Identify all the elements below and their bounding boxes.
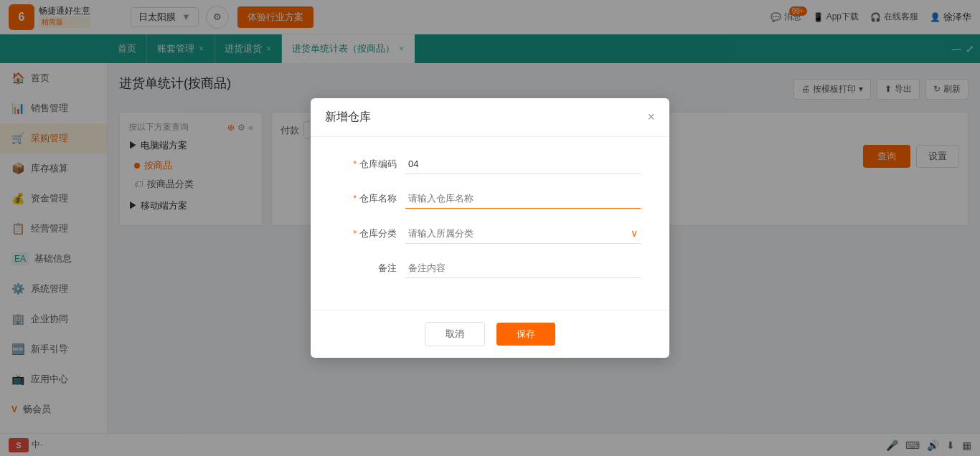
cancel-button[interactable]: 取消 [425, 322, 485, 346]
select-arrow-icon: ∨ [631, 227, 638, 239]
save-button[interactable]: 保存 [496, 323, 555, 346]
name-label: 仓库名称 [339, 192, 397, 205]
form-row-name: 仓库名称 [339, 189, 641, 209]
modal-overlay[interactable]: 新增仓库 × 仓库编码 仓库名称 仓库分类 ∨ [0, 0, 980, 456]
remark-input[interactable] [405, 258, 641, 278]
warehouse-code-input[interactable] [405, 154, 641, 174]
dialog-body: 仓库编码 仓库名称 仓库分类 ∨ 备注 [311, 137, 669, 310]
form-row-remark: 备注 [339, 258, 641, 278]
dialog-title: 新增仓库 [325, 110, 371, 125]
category-input[interactable] [408, 228, 631, 239]
code-label: 仓库编码 [339, 158, 397, 171]
dialog-footer: 取消 保存 [311, 310, 669, 358]
warehouse-name-input[interactable] [405, 189, 641, 209]
category-label: 仓库分类 [339, 227, 397, 240]
form-row-code: 仓库编码 [339, 154, 641, 174]
dialog-close-button[interactable]: × [647, 110, 655, 125]
remark-label: 备注 [339, 262, 397, 275]
form-row-category: 仓库分类 ∨ [339, 223, 641, 244]
category-select[interactable]: ∨ [405, 223, 641, 244]
dialog-header: 新增仓库 × [311, 98, 669, 137]
new-warehouse-dialog: 新增仓库 × 仓库编码 仓库名称 仓库分类 ∨ [311, 98, 669, 358]
